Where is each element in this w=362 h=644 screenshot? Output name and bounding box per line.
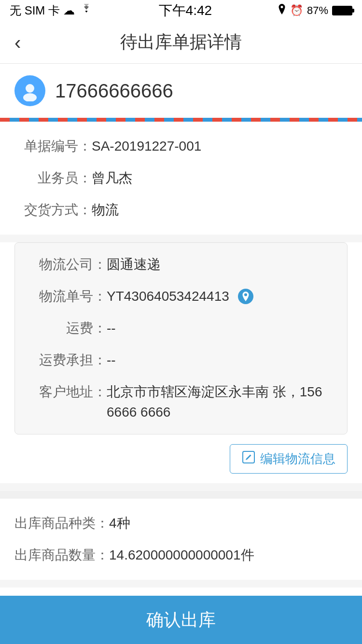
edit-btn-row: 编辑物流信息 xyxy=(0,434,362,483)
freight-row: 运费： -- xyxy=(29,318,333,338)
logistics-tracking-label: 物流单号： xyxy=(29,286,107,307)
battery-percent: 87% xyxy=(307,4,328,17)
agent-row: 业务员： 曾凡杰 xyxy=(14,168,348,188)
bottom-container: 确认出库 xyxy=(0,596,362,644)
goods-quantity-label: 出库商品数量： xyxy=(14,545,109,565)
customer-header: 17666666666 xyxy=(0,64,362,118)
goods-quantity-row: 出库商品数量： 14.620000000000001件 xyxy=(14,545,348,565)
logistics-card: 物流公司： 圆通速递 物流单号： YT43064053424413 xyxy=(14,242,348,434)
document-number-value: SA-20191227-001 xyxy=(92,136,348,156)
confirm-button[interactable]: 确认出库 xyxy=(0,596,362,644)
svg-point-1 xyxy=(26,84,34,93)
logistics-company-value: 圆通速递 xyxy=(107,254,333,275)
freight-value: -- xyxy=(107,318,333,338)
status-left: 无 SIM 卡 ☁ xyxy=(10,3,93,18)
delivery-label: 交货方式： xyxy=(14,200,92,220)
document-number-row: 单据编号： SA-20191227-001 xyxy=(14,136,348,156)
delivery-value: 物流 xyxy=(92,200,348,220)
location-status-icon xyxy=(278,4,286,17)
goods-types-row: 出库商品种类： 4种 xyxy=(14,513,348,533)
nav-bar: ‹ 待出库单据详情 xyxy=(0,21,362,64)
logistics-company-label: 物流公司： xyxy=(29,254,107,275)
svg-point-0 xyxy=(280,6,283,8)
edit-logistics-label: 编辑物流信息 xyxy=(260,450,335,467)
document-info-section: 单据编号： SA-20191227-001 业务员： 曾凡杰 交货方式： 物流 xyxy=(0,122,362,235)
map-pin-icon[interactable] xyxy=(237,288,254,305)
battery-icon xyxy=(332,6,352,15)
logistics-section: 物流公司： 圆通速递 物流单号： YT43064053424413 xyxy=(0,242,362,483)
nav-title: 待出库单据详情 xyxy=(120,30,242,54)
section-separator-1 xyxy=(0,491,362,499)
freight-label: 运费： xyxy=(29,318,107,338)
back-button[interactable]: ‹ xyxy=(14,33,21,52)
agent-value: 曾凡杰 xyxy=(92,168,348,188)
status-right: ⏰ 87% xyxy=(278,4,352,17)
goods-types-label: 出库商品种类： xyxy=(14,513,109,533)
clock-icon: ⏰ xyxy=(290,4,303,17)
logistics-tracking-row: 物流单号： YT43064053424413 xyxy=(29,286,333,307)
status-bar: 无 SIM 卡 ☁ 下午4:42 ⏰ 87% xyxy=(0,0,362,21)
goods-quantity-value: 14.620000000000001件 xyxy=(109,545,348,565)
freight-bearer-label: 运费承担： xyxy=(29,350,107,370)
avatar xyxy=(14,75,45,106)
dashed-divider xyxy=(0,118,362,122)
address-label: 客户地址： xyxy=(29,382,107,402)
edit-icon xyxy=(242,450,255,467)
agent-label: 业务员： xyxy=(14,168,92,188)
delivery-row: 交货方式： 物流 xyxy=(14,200,348,220)
sim-signal: 无 SIM 卡 ☁ xyxy=(10,3,75,18)
svg-point-4 xyxy=(244,294,247,296)
address-value: 北京市市辖区海淀区永丰南 张，156 6666 6666 xyxy=(107,382,333,422)
customer-phone: 17666666666 xyxy=(55,80,173,102)
goods-section: 出库商品种类： 4种 出库商品数量： 14.620000000000001件 xyxy=(0,499,362,580)
status-time: 下午4:42 xyxy=(159,1,212,20)
edit-logistics-button[interactable]: 编辑物流信息 xyxy=(230,444,348,474)
address-row: 客户地址： 北京市市辖区海淀区永丰南 张，156 6666 6666 xyxy=(29,382,333,422)
logistics-company-row: 物流公司： 圆通速递 xyxy=(29,254,333,275)
freight-bearer-value: -- xyxy=(107,350,333,370)
goods-types-value: 4种 xyxy=(109,513,348,533)
logistics-tracking-value: YT43064053424413 xyxy=(107,286,333,307)
wifi-icon xyxy=(80,4,93,17)
svg-point-2 xyxy=(23,93,37,101)
freight-bearer-row: 运费承担： -- xyxy=(29,350,333,370)
document-number-label: 单据编号： xyxy=(14,136,92,156)
